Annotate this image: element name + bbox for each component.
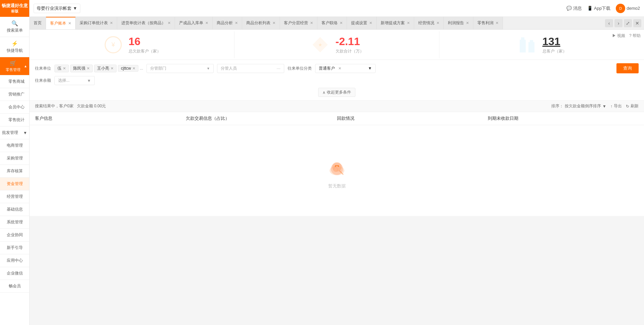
tab-goods-stats[interactable]: 进货单统计表（按商品） ✕	[117, 17, 175, 29]
svg-point-12	[338, 165, 339, 167]
sidebar-item-operations-label: 经营管理	[7, 194, 23, 200]
tab-profit-report[interactable]: 利润报告 ✕	[444, 17, 473, 29]
tab-customer-tier-close[interactable]: ✕	[310, 21, 313, 25]
filter-tag-wang-remove[interactable]: ✕	[111, 66, 114, 71]
sidebar-item-ecommerce[interactable]: 电商管理	[0, 139, 29, 152]
sidebar-item-retail-label: 零售管理	[6, 67, 20, 72]
sidebar-item-system[interactable]: 系统管理	[0, 216, 29, 229]
message-btn[interactable]: 💬 消息	[566, 5, 582, 11]
sidebar-item-marketing[interactable]: 营销推广	[0, 88, 29, 101]
sidebar-item-marketing-label: 营销推广	[8, 92, 25, 97]
table-col-customer: 客户信息	[35, 115, 186, 121]
tab-new-commission[interactable]: 新增提成方案 ✕	[377, 17, 414, 29]
sidebar-item-inventory[interactable]: 库存核算	[0, 165, 29, 178]
sidebar-item-quick-nav-label: 快捷导航	[7, 48, 23, 53]
sidebar-item-purchase[interactable]: 采购管理	[0, 152, 29, 165]
svg-rect-4	[520, 40, 526, 52]
tab-customer-contact-close[interactable]: ✕	[340, 21, 343, 25]
sidebar-item-quick-nav[interactable]: ⚡ 快捷导航	[0, 37, 29, 57]
tab-finished-goods[interactable]: 产成品入库单 ✕	[175, 17, 213, 29]
app-download-btn[interactable]: 📱 App下载	[587, 5, 610, 11]
filter-tag-wu-remove[interactable]: ✕	[63, 66, 66, 71]
tab-finished-goods-close[interactable]: ✕	[205, 21, 208, 25]
branch-dept-select[interactable]: 分管部门 ▼	[146, 64, 214, 73]
filter-tag-wu[interactable]: 伍 ✕	[54, 65, 69, 72]
tab-maximize-btn[interactable]: ⤢	[624, 19, 632, 27]
tab-goods-analysis[interactable]: 商品分析 ✕	[213, 17, 242, 29]
stat-credit-amount: ★ -2.11 欠款合计（万）	[234, 31, 439, 58]
tab-close-all-btn[interactable]: ✕	[633, 19, 641, 27]
tab-business-close[interactable]: ✕	[436, 21, 439, 25]
branch-person-more-icon: ···	[276, 66, 281, 71]
sidebar-item-finance[interactable]: 资金管理	[0, 178, 29, 190]
sidebar-item-wholesale[interactable]: 批发管理 ▼	[0, 127, 29, 139]
help-video-btn[interactable]: ▶ 视频	[612, 33, 625, 39]
sidebar-item-app-center-label: 应用中心	[7, 258, 23, 263]
tab-commission-settings-close[interactable]: ✕	[369, 21, 372, 25]
page-content: ¥ 16 总欠款客户（家） ★ -2.11 欠款合计	[30, 30, 644, 325]
tab-new-commission-close[interactable]: ✕	[407, 21, 410, 25]
filter-tag-chen[interactable]: 陈民强 ✕	[70, 65, 93, 72]
filter-tag-cjttcw-remove[interactable]: ✕	[132, 66, 135, 71]
export-btn[interactable]: ↑ 导出	[610, 103, 622, 109]
tab-retail-profit[interactable]: 零售利润 ✕	[473, 17, 503, 29]
stat-help: ▶ 视频 ? 帮助	[612, 33, 641, 39]
sidebar-item-retail-stats[interactable]: 零售统计	[0, 114, 29, 127]
collapse-label: 收起更多条件	[327, 89, 351, 95]
filter-tag-chen-remove[interactable]: ✕	[87, 66, 90, 71]
tab-customer-ledger[interactable]: 客户账本 ✕	[46, 17, 76, 29]
tab-customer-contact[interactable]: 客户联络 ✕	[317, 17, 347, 29]
search-button[interactable]: 查询	[616, 63, 639, 73]
tab-retail-profit-close[interactable]: ✕	[496, 21, 499, 25]
tab-customer-tier[interactable]: 客户分层经营 ✕	[280, 17, 317, 29]
sidebar-item-retail-stats-label: 零售统计	[8, 117, 25, 123]
sidebar-item-member[interactable]: 会员中心	[0, 101, 29, 114]
tab-business[interactable]: 经营情况 ✕	[414, 17, 444, 29]
tab-goods-stats-close[interactable]: ✕	[168, 21, 171, 25]
unit-category-select[interactable]: 普通客户 ✕ ▼	[315, 64, 376, 73]
branch-person-select[interactable]: 分管人员 ···	[217, 64, 284, 73]
refresh-btn[interactable]: ↻ 刷新	[626, 103, 639, 109]
tab-purchase-order[interactable]: 采购订单统计表 ✕	[76, 17, 117, 29]
tab-prev-btn[interactable]: ‹	[605, 19, 613, 27]
sort-select[interactable]: 排序： 按欠款金额倒序排序 ▼	[551, 103, 606, 109]
unit-category-clear[interactable]: ✕	[338, 66, 341, 71]
help-doc-btn[interactable]: ? 帮助	[629, 33, 641, 39]
tab-goods-list[interactable]: 商品分析列表 ✕	[242, 17, 280, 29]
balance-placeholder: 选择...	[58, 78, 70, 83]
collapse-btn[interactable]: ∧ 收起更多条件	[318, 88, 355, 97]
sidebar-item-wechat[interactable]: 企业微信	[0, 267, 29, 280]
app-download-icon: 📱	[587, 6, 593, 11]
refresh-label: 刷新	[631, 103, 639, 109]
sidebar-item-retail[interactable]: 🛒 零售管理 ▲	[0, 57, 29, 75]
account-dropdown[interactable]: 母婴行业演示帐套 ▼	[34, 4, 80, 13]
app-logo: 畅捷通好生意 标版	[0, 0, 29, 17]
tab-goods-analysis-close[interactable]: ✕	[235, 21, 238, 25]
filter-tag-wang[interactable]: 王小亮 ✕	[94, 65, 117, 72]
tab-customer-ledger-close[interactable]: ✕	[68, 22, 71, 25]
sidebar-item-cooperation[interactable]: 企业协同	[0, 229, 29, 242]
sidebar-item-retail-mall[interactable]: 零售商城	[0, 75, 29, 88]
sidebar-item-search[interactable]: 🔍 搜索菜单	[0, 17, 29, 37]
tab-next-btn[interactable]: ›	[614, 19, 622, 27]
user-avatar-btn[interactable]: D demo2	[616, 4, 640, 13]
sort-label: 排序：	[551, 103, 563, 109]
filter-tag-chen-label: 陈民强	[73, 66, 85, 71]
balance-select[interactable]: 选择... ▼	[54, 76, 95, 85]
sidebar-item-basic-info[interactable]: 基础信息	[0, 203, 29, 216]
tab-profit-report-close[interactable]: ✕	[466, 21, 469, 25]
tab-purchase-order-close[interactable]: ✕	[110, 21, 113, 25]
tab-goods-list-close[interactable]: ✕	[272, 21, 275, 25]
stat-credit-icon: ¥	[103, 35, 123, 55]
branch-person-placeholder: 分管人员	[221, 66, 237, 71]
filter-more-btn[interactable]: ...	[140, 66, 143, 71]
sidebar-item-newbie[interactable]: 新手引导	[0, 242, 29, 254]
filter-tag-cjttcw[interactable]: cjttcw ✕	[118, 65, 138, 72]
empty-text: 暂无数据	[328, 183, 346, 189]
sidebar-item-system-label: 系统管理	[7, 219, 23, 225]
sidebar-item-operations[interactable]: 经营管理	[0, 190, 29, 203]
sidebar-item-app-center[interactable]: 应用中心	[0, 254, 29, 267]
tab-commission-settings[interactable]: 提成设置 ✕	[347, 17, 377, 29]
sidebar-item-vip-member[interactable]: 畅会员	[0, 280, 29, 293]
tab-home[interactable]: 首页	[30, 17, 46, 29]
